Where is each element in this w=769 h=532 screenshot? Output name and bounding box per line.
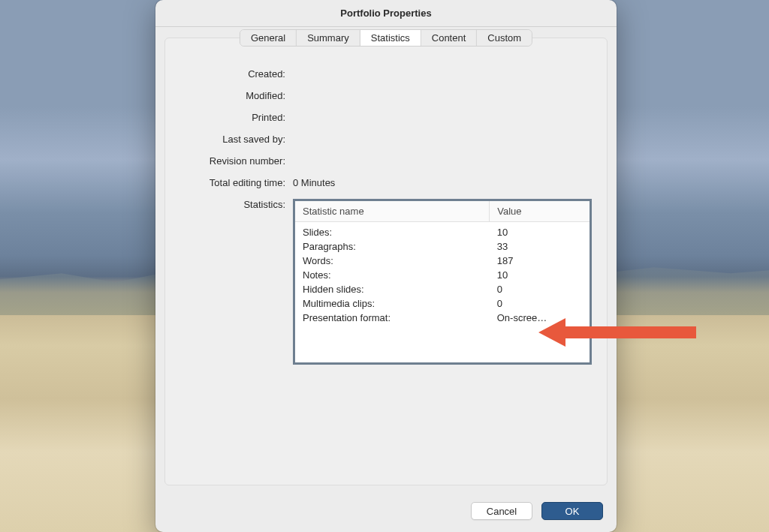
stat-value: 187 [490, 254, 590, 268]
stat-value: 33 [490, 239, 590, 254]
cancel-button[interactable]: Cancel [471, 502, 532, 520]
tab-general[interactable]: General [240, 30, 297, 46]
label-statistics: Statistics: [180, 199, 293, 210]
table-row: Hidden slides: 0 [295, 282, 590, 296]
row-statistics: Statistics: Statistic name Value Slides: [180, 199, 592, 365]
row-last-saved-by: Last saved by: [180, 134, 592, 145]
stat-name: Slides: [295, 222, 490, 240]
row-total-editing-time: Total editing time: 0 Minutes [180, 177, 592, 188]
row-modified: Modified: [180, 90, 592, 101]
dialog-button-row: Cancel OK [155, 494, 617, 532]
table-row: Paragraphs: 33 [295, 239, 590, 254]
stat-name: Multimedia clips: [295, 296, 490, 311]
label-last-saved-by: Last saved by: [180, 134, 293, 145]
value-total-editing-time: 0 Minutes [293, 177, 592, 188]
stat-name: Notes: [295, 268, 490, 282]
stat-name: Hidden slides: [295, 282, 490, 296]
dialog-title: Portfolio Properties [155, 0, 617, 27]
stat-name: Paragraphs: [295, 239, 490, 254]
tab-statistics[interactable]: Statistics [360, 30, 421, 46]
stat-value: 0 [490, 282, 590, 296]
label-printed: Printed: [180, 112, 293, 123]
stats-header-name[interactable]: Statistic name [295, 201, 490, 222]
row-created: Created: [180, 68, 592, 80]
stats-header-value[interactable]: Value [490, 201, 590, 222]
label-modified: Modified: [180, 90, 293, 101]
stat-name: Words: [295, 254, 490, 268]
tab-summary[interactable]: Summary [297, 30, 360, 46]
stat-value: 10 [490, 268, 590, 282]
stat-value: 0 [490, 296, 590, 311]
stat-value: 10 [490, 222, 590, 240]
svg-marker-0 [538, 318, 696, 347]
row-revision-number: Revision number: [180, 155, 592, 167]
label-created: Created: [180, 68, 293, 80]
tab-bar: General Summary Statistics Content Custo… [240, 29, 532, 47]
table-row: Slides: 10 [295, 222, 590, 240]
ok-button[interactable]: OK [541, 502, 603, 520]
arrow-icon [538, 314, 696, 351]
label-total-editing-time: Total editing time: [180, 177, 293, 188]
table-row: Multimedia clips: 0 [295, 296, 590, 311]
table-row: Words: 187 [295, 254, 590, 268]
tab-custom[interactable]: Custom [477, 30, 532, 46]
dialog-content: General Summary Statistics Content Custo… [164, 38, 608, 485]
label-revision-number: Revision number: [180, 155, 293, 167]
row-printed: Printed: [180, 112, 592, 123]
tab-content[interactable]: Content [421, 30, 478, 46]
stat-name: Presentation format: [295, 311, 490, 325]
table-row: Notes: 10 [295, 268, 590, 282]
properties-dialog: Portfolio Properties General Summary Sta… [155, 0, 617, 532]
annotation-arrow [538, 314, 696, 351]
